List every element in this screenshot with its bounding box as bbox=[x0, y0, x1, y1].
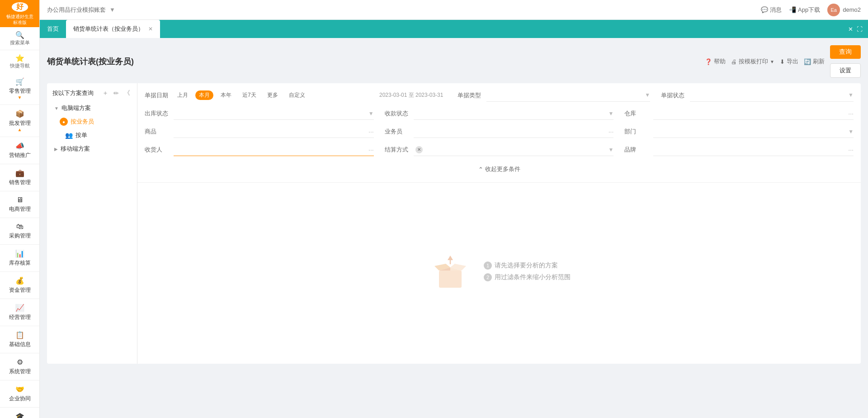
tab-sales-stat[interactable]: 销货单统计表（按业务员） ✕ bbox=[66, 20, 160, 38]
date-tab-custom[interactable]: 自定义 bbox=[285, 90, 309, 100]
sidebar-item-operations[interactable]: 📈 经营管理 bbox=[0, 299, 39, 326]
page-header: 销货单统计表(按业务员) ❓ 帮助 🖨 按模板打印 ▼ ⬇ 导出 bbox=[47, 45, 861, 78]
date-range-display: 2023-03-01 至 2023-03-31 bbox=[379, 91, 443, 99]
sidebar-item-finance[interactable]: 💰 资金管理 bbox=[0, 272, 39, 299]
tree-arrow-mobile: ▶ bbox=[54, 147, 58, 152]
marketing-icon: 📣 bbox=[15, 142, 24, 150]
sidebar-item-ecommerce[interactable]: 🖥 电商管理 bbox=[0, 191, 39, 218]
download-icon: 📲 bbox=[789, 6, 796, 13]
sidebar-item-retail[interactable]: 🛒 零售管理 ▼ bbox=[0, 73, 39, 105]
base-icon: 📋 bbox=[15, 331, 24, 339]
dept-arrow: ▼ bbox=[848, 128, 854, 135]
brand-control[interactable]: ··· bbox=[653, 143, 854, 156]
date-tab-this-year[interactable]: 本年 bbox=[217, 90, 235, 100]
date-tab-this-month[interactable]: 本月 bbox=[195, 90, 213, 100]
user-avatar: Ea bbox=[827, 4, 840, 16]
help-icon: ❓ bbox=[705, 58, 712, 65]
settings-button[interactable]: 设置 bbox=[830, 63, 861, 78]
page: 销货单统计表(按业务员) ❓ 帮助 🖨 按模板打印 ▼ ⬇ 导出 bbox=[40, 38, 868, 371]
edit-scheme-btn[interactable]: ✏ bbox=[112, 89, 121, 98]
app-download-btn[interactable]: 📲 App下载 bbox=[789, 6, 820, 14]
message-icon: 💬 bbox=[761, 6, 768, 13]
consignee-control[interactable]: ··· bbox=[174, 143, 374, 156]
payment-control[interactable]: ✕ ▼ bbox=[414, 143, 614, 156]
export-btn[interactable]: ⬇ 导出 bbox=[780, 57, 798, 66]
empty-hint-1: 1 请先选择要分析的方案 bbox=[484, 261, 571, 270]
receipt-status-label: 收款状态 bbox=[385, 109, 410, 118]
tab-home[interactable]: 首页 bbox=[40, 20, 66, 38]
sidebar-logo: 好 畅捷通好生意 标准版 bbox=[0, 0, 39, 27]
sidebar-item-sales[interactable]: 💼 销售管理 bbox=[0, 164, 39, 191]
sidebar-item-enterprise[interactable]: 🤝 企业协同 bbox=[0, 380, 39, 408]
retail-expand-icon: ▼ bbox=[18, 95, 22, 100]
salesman-control[interactable]: ··· bbox=[414, 125, 614, 138]
left-panel-actions: ＋ ✏ 《 bbox=[101, 89, 132, 98]
search-label: 搜索菜单 bbox=[10, 39, 30, 46]
svg-rect-0 bbox=[439, 271, 462, 288]
refresh-btn[interactable]: 🔄 刷新 bbox=[804, 57, 825, 66]
filter-item-warehouse: 仓库 ··· bbox=[624, 107, 854, 120]
warehouse-control[interactable]: ··· bbox=[653, 107, 854, 120]
inventory-icon: 📊 bbox=[15, 249, 24, 258]
date-tab-last-month[interactable]: 上月 bbox=[174, 90, 192, 100]
tab-close-icon[interactable]: ✕ bbox=[148, 26, 153, 32]
filter-item-goods: 商品 ··· bbox=[145, 125, 374, 138]
tree-item-mobile[interactable]: ▶ 移动端方案 bbox=[47, 142, 137, 156]
tab-maximize: ✕ ⛶ bbox=[848, 26, 868, 33]
add-scheme-btn[interactable]: ＋ bbox=[101, 89, 110, 98]
empty-state: 1 请先选择要分析的方案 2 用过滤条件来缩小分析范围 bbox=[428, 250, 571, 297]
collapse-btn[interactable]: ⌃ 收起更多条件 bbox=[478, 165, 520, 173]
dept-label: 部门 bbox=[624, 128, 650, 136]
content-area: 销货单统计表(按业务员) ❓ 帮助 🖨 按模板打印 ▼ ⬇ 导出 bbox=[40, 38, 868, 418]
date-label: 单据日期 bbox=[145, 91, 170, 100]
maximize-icon[interactable]: ⛶ bbox=[857, 26, 863, 33]
date-tab-7days[interactable]: 近7天 bbox=[239, 90, 260, 100]
search-icon: 🔍 bbox=[15, 31, 24, 39]
goods-control[interactable]: ··· bbox=[174, 125, 374, 138]
tree-item-pc[interactable]: ▼ 电脑端方案 bbox=[47, 101, 137, 115]
date-tab-more[interactable]: 更多 bbox=[264, 90, 282, 100]
empty-state-container: 1 请先选择要分析的方案 2 用过滤条件来缩小分析范围 bbox=[137, 183, 861, 364]
close-window-icon[interactable]: ✕ bbox=[848, 26, 853, 33]
newbie-icon: 🎓 bbox=[15, 412, 24, 418]
left-panel: 按以下方案查询 ＋ ✏ 《 ▼ 电脑端方案 bbox=[47, 83, 137, 364]
enterprise-icon: 🤝 bbox=[15, 385, 24, 394]
dept-control[interactable]: ▼ bbox=[653, 125, 854, 138]
page-title: 销货单统计表(按业务员) bbox=[47, 56, 134, 67]
payment-tag-close[interactable]: ✕ bbox=[415, 146, 423, 153]
filter-item-receipt-status: 收款状态 ▼ bbox=[385, 107, 614, 120]
doc-status-control[interactable]: ▼ bbox=[690, 89, 854, 102]
system-icon: ⚙ bbox=[17, 358, 23, 366]
filter-area: 单据日期 上月 本月 本年 近7天 更多 自定义 bbox=[137, 83, 861, 183]
consignee-dots: ··· bbox=[368, 146, 374, 153]
help-btn[interactable]: ❓ 帮助 bbox=[705, 57, 726, 66]
sidebar-item-marketing[interactable]: 📣 营销推广 bbox=[0, 137, 39, 164]
message-btn[interactable]: 💬 消息 bbox=[761, 6, 782, 14]
out-status-control[interactable]: ▼ bbox=[174, 107, 374, 120]
sidebar-item-newbie[interactable]: 🎓 新手引导 bbox=[0, 408, 39, 418]
filter-item-payment: 结算方式 ✕ ▼ bbox=[385, 143, 614, 156]
print-icon: 🖨 bbox=[731, 58, 737, 65]
tree-item-by-order[interactable]: 👥 按单 bbox=[47, 128, 137, 142]
doc-type-control[interactable]: ▼ bbox=[486, 89, 650, 102]
query-button[interactable]: 查询 bbox=[830, 45, 861, 59]
sidebar-item-inventory[interactable]: 📊 库存核算 bbox=[0, 245, 39, 272]
empty-icon bbox=[428, 250, 473, 297]
sidebar-shortcut[interactable]: ⭐ 快捷导航 bbox=[0, 50, 39, 73]
sidebar-item-purchase[interactable]: 🛍 采购管理 bbox=[0, 218, 39, 245]
sidebar-search[interactable]: 🔍 搜索菜单 bbox=[0, 27, 39, 50]
top-dropdown-icon[interactable]: ▼ bbox=[109, 6, 115, 13]
doc-type-arrow: ▼ bbox=[645, 92, 650, 98]
template-print-btn[interactable]: 🖨 按模板打印 ▼ bbox=[731, 57, 774, 66]
filter-row-1: 单据日期 上月 本月 本年 近7天 更多 自定义 bbox=[145, 89, 854, 102]
sidebar-item-wholesale[interactable]: 📦 批发管理 ▲ bbox=[0, 105, 39, 137]
collapse-panel-btn[interactable]: 《 bbox=[123, 89, 132, 98]
sidebar-item-system[interactable]: ⚙ 系统管理 bbox=[0, 353, 39, 380]
sidebar-item-base[interactable]: 📋 基础信息 bbox=[0, 326, 39, 353]
sales-icon: 💼 bbox=[15, 169, 24, 177]
user-menu[interactable]: Ea demo2 bbox=[827, 4, 861, 16]
tree-item-by-salesman[interactable]: ● 按业务员 bbox=[47, 115, 137, 128]
filter-row-4: 收货人 ··· 结算方式 bbox=[145, 143, 854, 156]
filter-item-date: 单据日期 上月 本月 本年 近7天 更多 自定义 bbox=[145, 89, 376, 102]
receipt-status-control[interactable]: ▼ bbox=[414, 107, 614, 120]
